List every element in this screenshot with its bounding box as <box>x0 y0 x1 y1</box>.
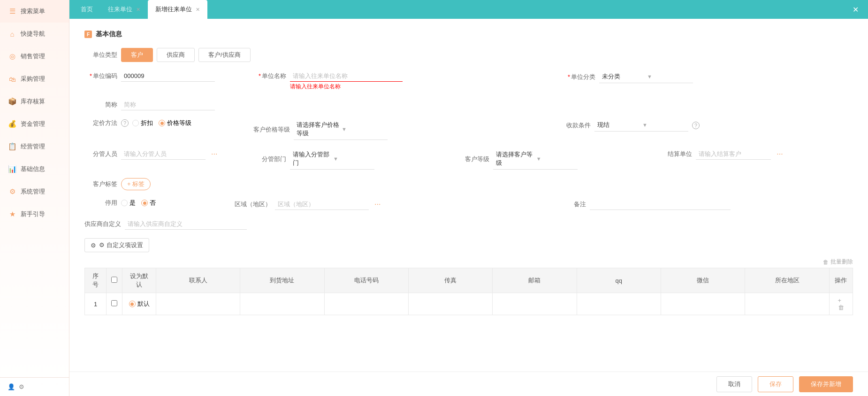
row-address[interactable] <box>240 293 324 315</box>
sales-icon: ◎ <box>8 52 17 61</box>
region-row-input[interactable] <box>750 301 824 308</box>
region-more-btn[interactable]: ··· <box>373 200 382 209</box>
supplier-custom-input[interactable] <box>125 218 247 230</box>
sidebar-item-basic[interactable]: 📊 基础信息 <box>0 158 69 180</box>
sidebar-bottom: 👤 ⚙ <box>0 377 69 396</box>
row-qq[interactable] <box>577 293 661 315</box>
radio-no-circle <box>141 200 148 206</box>
customer-level-select[interactable]: 请选择客户等级 ▼ <box>493 148 578 170</box>
row-ops: + 🗑 <box>829 293 853 315</box>
region-input[interactable] <box>275 199 369 210</box>
sidebar-item-operations[interactable]: 📋 经营管理 <box>0 135 69 158</box>
fax-input[interactable] <box>413 301 487 308</box>
unit-type-label: 单位类型 <box>84 51 117 59</box>
add-tag-button[interactable]: + 标签 <box>121 178 151 190</box>
unit-name-col: 单位名称 请输入往来单位名称 <box>253 70 544 91</box>
select-all-checkbox[interactable] <box>111 277 117 283</box>
pricing-discount[interactable]: 折扣 <box>132 119 153 127</box>
sidebar-item-purchase[interactable]: 🛍 采购管理 <box>0 68 69 90</box>
settlement-more-btn[interactable]: ··· <box>775 150 784 158</box>
settlement-group: 结算单位 ··· <box>659 148 853 160</box>
settings-icon[interactable]: ⚙ <box>19 383 24 390</box>
sysmanage-icon: ⚙ <box>8 187 17 196</box>
supervisor-input[interactable] <box>121 148 206 160</box>
search-menu-icon: ☰ <box>8 7 17 16</box>
settlement-input[interactable] <box>696 148 771 160</box>
email-input[interactable] <box>497 301 571 308</box>
address-input[interactable] <box>245 301 319 308</box>
disable-label: 停用 <box>84 199 117 207</box>
sidebar-item-search[interactable]: ☰ 搜索菜单 <box>0 0 69 23</box>
row-fax[interactable] <box>408 293 492 315</box>
section-title: F 基本信息 <box>84 30 853 39</box>
pricing-help-icon[interactable]: ? <box>121 119 129 127</box>
row-region[interactable] <box>745 293 829 315</box>
payment-help-icon[interactable]: ? <box>692 122 700 129</box>
unit-category-select[interactable]: 未分类 ▼ <box>599 70 693 83</box>
tags-label: 客户标签 <box>84 180 117 188</box>
pricing-group: 定价方法 ? 折扣 价格等级 <box>84 119 244 127</box>
sidebar-item-quicknav[interactable]: ⌂ 快捷导航 <box>0 23 69 45</box>
tab-new-unit-close[interactable]: ✕ <box>196 7 200 13</box>
window-close-button[interactable]: ✕ <box>849 5 862 14</box>
sidebar-item-sysmanage[interactable]: ⚙ 系统管理 <box>0 180 69 203</box>
col-default: 设为默认 <box>122 268 156 293</box>
qq-input[interactable] <box>582 301 656 308</box>
unit-btn-supplier[interactable]: 供应商 <box>157 48 195 62</box>
unit-name-label: 单位名称 <box>253 72 286 80</box>
save-new-button[interactable]: 保存并新增 <box>799 376 853 392</box>
cancel-button[interactable]: 取消 <box>716 376 752 392</box>
tab-new-unit[interactable]: 新增往来单位 ✕ <box>148 0 207 19</box>
settlement-label: 结算单位 <box>659 150 692 158</box>
customer-price-select[interactable]: 请选择客户价格等级 ▼ <box>294 119 388 140</box>
dept-select[interactable]: 请输入分管部门 ▼ <box>290 148 374 170</box>
unit-code-input[interactable] <box>121 70 215 82</box>
customer-level-group: 客户等级 请选择客户等级 ▼ <box>457 148 650 170</box>
supplier-custom-label: 供应商自定义 <box>84 220 121 228</box>
unit-code-label: 单位编码 <box>84 72 117 80</box>
batch-delete-area: 🗑 批量删除 <box>84 258 853 266</box>
short-name-group: 简称 <box>84 99 235 110</box>
short-name-input[interactable] <box>121 99 215 110</box>
remark-input[interactable] <box>590 199 731 210</box>
tab-home[interactable]: 首页 <box>73 0 100 19</box>
batch-delete-label[interactable]: 批量删除 <box>830 258 853 266</box>
delete-row-btn[interactable]: 🗑 <box>838 304 844 311</box>
custom-settings-button[interactable]: ⚙ ⚙ 自定义项设置 <box>84 238 149 252</box>
tab-units[interactable]: 往来单位 ✕ <box>100 0 148 19</box>
unit-btn-both[interactable]: 客户/供应商 <box>198 48 251 62</box>
sidebar-item-inventory[interactable]: 📦 库存核算 <box>0 90 69 113</box>
add-row-btn[interactable]: + <box>838 297 842 304</box>
unit-btn-customer[interactable]: 客户 <box>121 48 153 62</box>
radio-yes-circle <box>121 200 128 206</box>
sidebar-item-guide[interactable]: ★ 新手引导 <box>0 203 69 225</box>
tab-bar: 首页 往来单位 ✕ 新增往来单位 ✕ ✕ <box>69 0 868 19</box>
phone-input[interactable] <box>329 301 404 308</box>
radio-level-circle <box>159 120 165 126</box>
row-select-checkbox[interactable] <box>111 300 117 306</box>
unit-type-row: 单位类型 客户 供应商 客户/供应商 <box>84 48 853 62</box>
row-wechat[interactable] <box>661 293 745 315</box>
pricing-level[interactable]: 价格等级 <box>159 119 191 127</box>
purchase-icon: 🛍 <box>8 74 17 84</box>
sidebar-item-sales[interactable]: ◎ 销售管理 <box>0 45 69 68</box>
wechat-input[interactable] <box>666 301 740 308</box>
contact-input[interactable] <box>161 301 235 308</box>
unit-name-group: 单位名称 <box>253 70 544 82</box>
sidebar-item-finance[interactable]: 💰 资金管理 <box>0 113 69 135</box>
tab-units-close[interactable]: ✕ <box>136 7 140 13</box>
disable-no[interactable]: 否 <box>141 199 156 207</box>
disable-yes[interactable]: 是 <box>121 199 136 207</box>
row-checkbox <box>107 293 122 315</box>
row-phone[interactable] <box>324 293 408 315</box>
supervisor-row: 分管人员 ··· 分管部门 请输入分管部门 ▼ 客户等级 请选择客户等级 ▼ 结… <box>84 148 853 170</box>
save-button[interactable]: 保存 <box>758 376 793 392</box>
row-default-radio[interactable]: 默认 <box>127 300 151 308</box>
row-contact[interactable] <box>156 293 240 315</box>
pricing-label: 定价方法 <box>84 119 117 127</box>
guide-icon: ★ <box>8 210 17 219</box>
row-email[interactable] <box>493 293 577 315</box>
supervisor-more-btn[interactable]: ··· <box>209 150 219 158</box>
payment-select[interactable]: 现结 ▼ <box>594 119 688 132</box>
unit-name-input[interactable] <box>290 70 403 82</box>
